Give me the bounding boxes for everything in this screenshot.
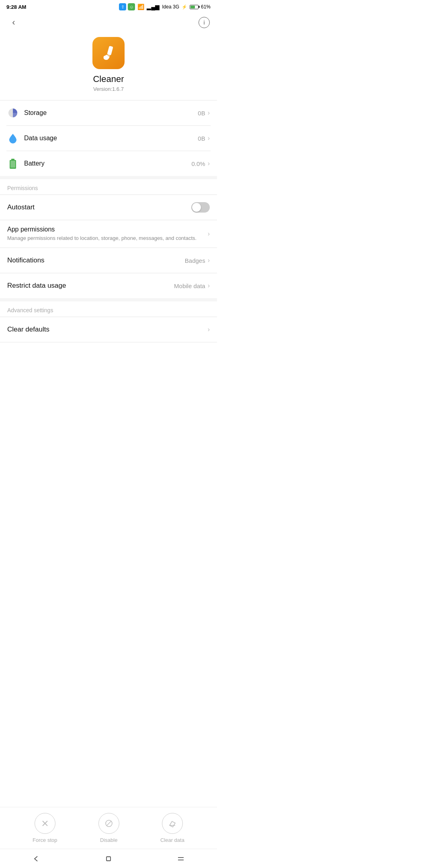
clear-defaults-chevron: › xyxy=(208,326,210,333)
battery-pct: 61% xyxy=(201,4,211,10)
section-gap-1 xyxy=(0,176,217,179)
section-gap-2 xyxy=(0,298,217,301)
restrict-data-value: Mobile data xyxy=(174,283,205,289)
water-drop-icon xyxy=(8,133,18,143)
clear-defaults-row[interactable]: Clear defaults › xyxy=(0,317,217,342)
data-usage-value: 0B xyxy=(198,135,205,142)
data-usage-chevron: › xyxy=(208,135,210,142)
restrict-data-chevron: › xyxy=(208,282,210,289)
app-info: Cleaner Version:1.6.7 xyxy=(0,33,217,100)
storage-icon xyxy=(7,107,18,119)
notifications-row[interactable]: Notifications Badges › xyxy=(0,248,217,273)
storage-text: Storage xyxy=(24,109,47,116)
notifications-value: Badges xyxy=(185,257,205,264)
clear-defaults-label: Clear defaults xyxy=(7,326,49,333)
app-permissions-title: App permissions xyxy=(7,226,208,233)
svg-rect-5 xyxy=(10,161,15,168)
signal-bars-icon: ▂▄▆ xyxy=(147,4,160,10)
app-version: Version:1.6.7 xyxy=(93,86,124,92)
app-icon xyxy=(92,37,125,69)
info-icon: i xyxy=(203,19,205,26)
autostart-row[interactable]: Autostart xyxy=(0,195,217,220)
svg-rect-0 xyxy=(107,46,113,55)
restrict-data-label-wrap: Restrict data usage xyxy=(7,282,174,290)
app-header: ‹ i xyxy=(0,12,217,33)
notification-icons: ⇧ ☺ xyxy=(119,3,135,10)
status-bar: 9:28 AM ⇧ ☺ 📶 ▂▄▆ Idea 3G ⚡ 61% xyxy=(0,0,217,12)
permissions-section-header: Permissions xyxy=(0,179,217,194)
storage-pie-icon xyxy=(8,108,18,118)
divider-adv-1 xyxy=(0,342,217,342)
storage-label: Storage xyxy=(24,109,198,117)
info-button[interactable]: i xyxy=(199,17,210,28)
storage-value: 0B xyxy=(198,110,205,117)
restrict-data-row[interactable]: Restrict data usage Mobile data › xyxy=(0,273,217,298)
restrict-data-label: Restrict data usage xyxy=(7,282,66,289)
toggle-knob xyxy=(192,203,201,212)
data-usage-row[interactable]: Data usage 0B › xyxy=(0,126,217,151)
battery-status-icon xyxy=(190,5,199,9)
battery-chevron: › xyxy=(208,160,210,167)
battery-green-icon xyxy=(9,158,16,169)
storage-chevron: › xyxy=(208,109,210,117)
back-button[interactable]: ‹ xyxy=(7,16,20,29)
carrier-label: Idea 3G xyxy=(162,4,179,10)
notifications-chevron: › xyxy=(208,257,210,264)
svg-rect-4 xyxy=(11,159,14,160)
notif-icon-2: ☺ xyxy=(128,3,135,10)
status-icons: ⇧ ☺ 📶 ▂▄▆ Idea 3G ⚡ 61% xyxy=(119,3,211,10)
app-permissions-text: App permissions Manage permissions relat… xyxy=(7,226,208,242)
advanced-section-header: Advanced settings xyxy=(0,301,217,317)
permissions-label: Permissions xyxy=(7,185,38,191)
autostart-label-wrap: Autostart xyxy=(7,203,191,211)
battery-label: Battery xyxy=(24,160,191,167)
notif-icon-1: ⇧ xyxy=(119,3,126,10)
data-usage-text: Data usage xyxy=(24,135,57,141)
battery-row[interactable]: Battery 0.0% › xyxy=(0,151,217,176)
storage-row[interactable]: Storage 0B › xyxy=(0,100,217,125)
autostart-label: Autostart xyxy=(7,203,35,211)
notifications-label: Notifications xyxy=(7,256,45,264)
battery-list-icon xyxy=(7,158,18,169)
app-permissions-chevron: › xyxy=(208,230,210,237)
charging-icon: ⚡ xyxy=(182,4,187,10)
main-content: Storage 0B › Data usage 0B › xyxy=(0,100,217,395)
advanced-label: Advanced settings xyxy=(7,307,53,313)
status-time: 9:28 AM xyxy=(6,4,26,10)
app-permissions-row[interactable]: App permissions Manage permissions relat… xyxy=(0,220,217,248)
battery-value: 0.0% xyxy=(191,160,205,167)
app-name: Cleaner xyxy=(93,74,124,84)
data-usage-icon xyxy=(7,133,18,144)
battery-text: Battery xyxy=(24,160,45,167)
wifi-icon: 📶 xyxy=(137,4,144,10)
data-usage-label: Data usage xyxy=(24,135,198,142)
app-permissions-sub: Manage permissions related to location, … xyxy=(7,235,208,242)
autostart-toggle[interactable] xyxy=(191,202,210,213)
cleaner-icon xyxy=(100,44,117,62)
clear-defaults-label-wrap: Clear defaults xyxy=(7,326,208,334)
notifications-label-wrap: Notifications xyxy=(7,256,185,264)
